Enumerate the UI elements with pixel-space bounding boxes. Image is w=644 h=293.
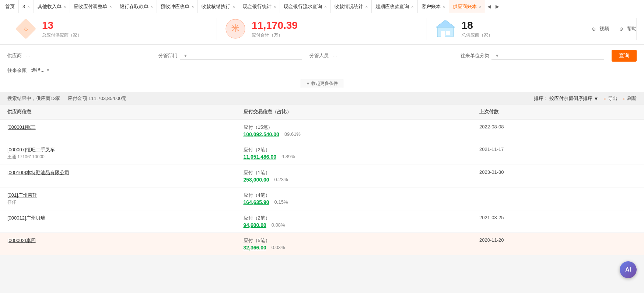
trans-label-5: 应付（2笔）	[244, 215, 480, 221]
nav-tab-other-income-label: 其他收入单	[38, 3, 62, 10]
supplier-info-2: [000007]恒旺二手叉车 王通 17106110000	[7, 146, 244, 160]
nav-tab-customer-ledger-close[interactable]: ×	[443, 4, 445, 9]
trans-amount-6[interactable]: 32,366.00	[244, 245, 266, 251]
nav-next-arrow[interactable]: ▶	[493, 0, 501, 13]
supplier-label: 供应商	[7, 52, 22, 59]
nav-tab-cash-bank-stat[interactable]: 现金银行统计 ×	[239, 0, 280, 13]
refresh-action[interactable]: ○ 刷新	[623, 95, 637, 102]
lastpay-3: 2023-01-30	[479, 169, 637, 175]
table-row: [000012]广州贝瑞 应付（2笔） 94,600.00 0.08% 2021…	[0, 210, 644, 233]
person-input[interactable]	[331, 51, 453, 60]
sort-dropdown[interactable]: 排序： 按应付余额倒序排序 ▼	[534, 95, 598, 102]
nav-tab-bank-deposit-label: 银行存取款单	[120, 3, 148, 10]
nav-tab-receipt-exec[interactable]: 收款核销执行 ×	[198, 0, 239, 13]
header-supplier: 供应商信息	[7, 108, 244, 115]
video-link[interactable]: 视频	[599, 25, 609, 32]
nav-tab-customer-ledger[interactable]: 客户账本 ×	[418, 0, 449, 13]
nav-tab-ar-adjust-close[interactable]: ×	[109, 4, 112, 9]
collapse-button[interactable]: ∧ 收起更多条件	[301, 79, 343, 88]
trans-pct-1: 89.61%	[284, 131, 301, 137]
supplier-link-4[interactable]: [001]广州荣轩	[7, 192, 244, 199]
trans-row-2: 11,051,486.00 9.89%	[244, 153, 480, 160]
result-bar-left: 搜索结果中，供应商13家 应付金额 111,703,854.00元	[7, 95, 126, 102]
trans-amount-4[interactable]: 164,635.90	[244, 199, 269, 205]
transaction-info-5: 应付（2笔） 94,600.00 0.08%	[244, 215, 480, 228]
dept-dropdown[interactable]: ▼	[180, 52, 302, 60]
lastpay-date-3: 2023-01-30	[479, 169, 504, 175]
header-transaction: 应付交易信息（占比）	[244, 108, 480, 115]
nav-tab-supplier-ledger-close[interactable]: ×	[479, 4, 481, 9]
nav-tab-supplier-ledger[interactable]: 供应商账本 ×	[449, 0, 485, 13]
nav-tab-overdue-query-close[interactable]: ×	[411, 4, 413, 9]
query-button[interactable]: 查询	[612, 50, 637, 62]
store-icon	[434, 18, 456, 40]
nav-tab-home[interactable]: 首页	[1, 0, 19, 13]
transaction-info-1: 应付（15笔） 100,092,540.00 89.61%	[244, 124, 480, 137]
table-container: 供应商信息 应付交易信息（占比） 上次付数 [000001]张三 应付（15笔）…	[0, 105, 644, 255]
nav-tab-receipt-stat[interactable]: 收款情况统计 ×	[331, 0, 372, 13]
filter-row-2: 往来余额 选择... ▼	[7, 65, 637, 75]
diamond-icon: ◇	[15, 18, 37, 40]
filter-section: 供应商 分管部门 ▼ 分管人员 往来单位分类 ▼ 查询	[0, 45, 644, 92]
svg-rect-4	[437, 27, 454, 37]
grain-icon: 米	[224, 18, 246, 40]
trans-label-1: 应付（15笔）	[244, 124, 480, 131]
supplier-link-1[interactable]: [000001]张三	[7, 124, 244, 131]
amount-result-text: 应付金额 111,703,854.00元	[68, 95, 126, 102]
balance-dropdown[interactable]: 选择... ▼	[29, 65, 95, 75]
nav-tab-customer-ledger-label: 客户账本	[421, 3, 441, 10]
nav-tab-3-close[interactable]: ×	[27, 4, 29, 9]
collapse-bar: ∧ 收起更多条件	[7, 79, 637, 88]
summary-total-suppliers-text: 18 总供应商（家）	[462, 19, 493, 39]
trans-amount-1[interactable]: 100,092,540.00	[244, 131, 279, 137]
nav-tab-other-income-close[interactable]: ×	[64, 4, 66, 9]
summary-amount-number: 11,170.39	[252, 19, 298, 32]
nav-tab-prepay[interactable]: 预收冲应收单 ×	[157, 0, 198, 13]
balance-arrow-icon: ▼	[46, 68, 50, 72]
filter-category: 往来单位分类 ▼	[461, 52, 604, 60]
summary-total-suppliers-number: 18	[462, 19, 493, 32]
lastpay-date-6: 2020-11-20	[479, 237, 504, 243]
svg-rect-6	[441, 31, 445, 37]
nav-tab-cash-bank-stat-close[interactable]: ×	[274, 4, 276, 9]
nav-tab-cash-bank-stat-label: 现金银行统计	[243, 3, 272, 10]
nav-tab-3[interactable]: 3 ×	[19, 0, 34, 13]
supplier-input[interactable]	[24, 51, 151, 60]
trans-amount-5[interactable]: 94,600.00	[244, 222, 266, 228]
supplier-link-6[interactable]: [000002]李四	[7, 237, 244, 244]
nav-tab-bank-deposit[interactable]: 银行存取款单 ×	[116, 0, 157, 13]
nav-tab-overdue-query[interactable]: 超期应收款查询 ×	[372, 0, 417, 13]
nav-tab-cash-flow-close[interactable]: ×	[324, 4, 326, 9]
trans-amount-2[interactable]: 11,051,486.00	[244, 154, 277, 160]
sort-arrow-icon: ▼	[594, 96, 598, 101]
supplier-link-2[interactable]: [000007]恒旺二手叉车	[7, 146, 244, 153]
category-label: 往来单位分类	[461, 52, 489, 59]
trans-amount-3[interactable]: 258,000.00	[244, 177, 269, 183]
export-action[interactable]: ○ 导出	[603, 95, 617, 102]
nav-tab-other-income[interactable]: 其他收入单 ×	[34, 0, 70, 13]
amount-label: 应付金额	[68, 96, 87, 101]
trans-pct-3: 0.23%	[274, 177, 288, 182]
supplier-link-5[interactable]: [000012]广州贝瑞	[7, 215, 244, 221]
refresh-label: 刷新	[627, 95, 637, 102]
nav-tab-ar-adjust[interactable]: 应收应付调整单 ×	[70, 0, 116, 13]
supplier-info-6: [000002]李四	[7, 237, 244, 244]
category-dropdown[interactable]: ▼	[491, 52, 604, 60]
supplier-link-3[interactable]: [000100]本特勤油品有限公司	[7, 169, 244, 176]
result-bar-right: 排序： 按应付余额倒序排序 ▼ ○ 导出 ○ 刷新	[534, 95, 637, 102]
lastpay-date-2: 2021-11-17	[479, 146, 504, 152]
nav-tab-receipt-stat-close[interactable]: ×	[365, 4, 368, 9]
nav-prev-arrow[interactable]: ◀	[485, 0, 493, 13]
supplier-info-1: [000001]张三	[7, 124, 244, 131]
svg-marker-5	[436, 20, 455, 27]
nav-tab-cash-flow[interactable]: 现金银行流水查询 ×	[280, 0, 330, 13]
nav-tab-prepay-close[interactable]: ×	[192, 4, 194, 9]
svg-text:◇: ◇	[24, 26, 28, 32]
help-link[interactable]: 帮助	[627, 25, 637, 32]
nav-tab-bank-deposit-close[interactable]: ×	[151, 4, 153, 9]
nav-tab-receipt-exec-close[interactable]: ×	[232, 4, 235, 9]
table-header: 供应商信息 应付交易信息（占比） 上次付数	[0, 105, 644, 120]
supplier-info-5: [000012]广州贝瑞	[7, 215, 244, 221]
amount-value: 111,703,854.00元	[88, 96, 126, 101]
filter-row-1: 供应商 分管部门 ▼ 分管人员 往来单位分类 ▼ 查询	[7, 50, 637, 62]
